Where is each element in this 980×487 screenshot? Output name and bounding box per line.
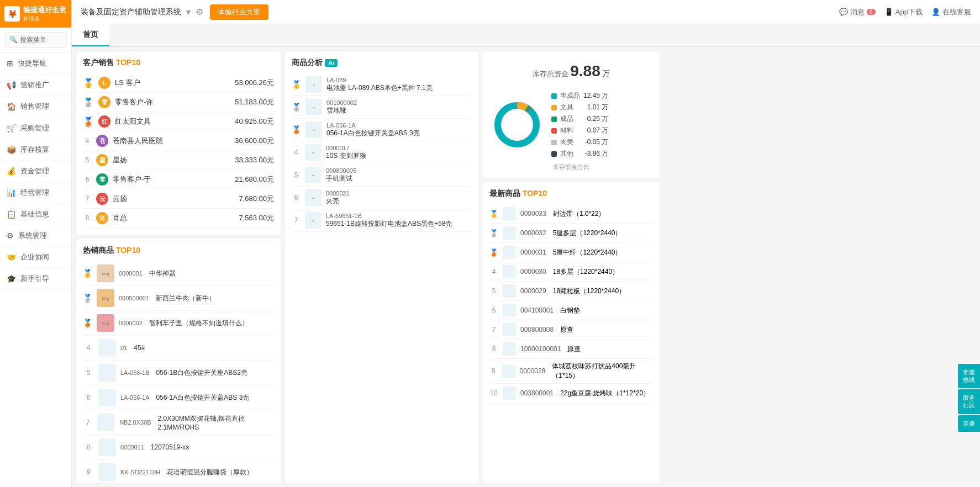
settings-icon[interactable]: ⚙ bbox=[196, 7, 203, 17]
nav-label-basic-info: 基础信息 bbox=[20, 209, 49, 219]
product-row-5: 5 ▪ 000800005 手机测试 bbox=[292, 164, 472, 187]
np-code-1: 0000033 bbox=[520, 210, 546, 218]
hp-name-7: 2.0X30MM双摆花轴,摆花直径2.1MM/ROHS bbox=[158, 414, 274, 431]
nav-icon-marketing: 📢 bbox=[7, 81, 16, 89]
prod-rank-5: 5 bbox=[292, 171, 301, 179]
hp-name-9: 花语萌恒温分腿睡袋（厚款） bbox=[167, 468, 253, 477]
float-btn-community[interactable]: 服务社区 bbox=[958, 389, 980, 414]
customer-amount-5: 33,333.00元 bbox=[235, 155, 274, 165]
prod-medal-1: 🥇 bbox=[292, 80, 301, 89]
float-btn-live[interactable]: 直播 bbox=[958, 415, 980, 432]
customer-amount-2: 51,183.00元 bbox=[235, 97, 274, 107]
np-name-4: 18多层（1220*2440） bbox=[553, 267, 619, 277]
prod-code-3: LA-056-1A bbox=[326, 122, 472, 129]
message-icon: 💬 bbox=[839, 8, 848, 16]
legend-label-6: 其他 bbox=[560, 149, 582, 158]
hp-code-5: LA-056-1B bbox=[120, 369, 150, 376]
nav-item-enterprise[interactable]: 🤝 企业协同 bbox=[0, 247, 71, 268]
np-img-1 bbox=[503, 207, 516, 220]
inventory-title: 库存总资金 bbox=[533, 70, 568, 78]
float-btn-service[interactable]: 客服热线 bbox=[958, 364, 980, 389]
main-area: 装备及固定资产辅助管理系统 ▼ ⚙ 体验行业方案 💬 消息 6 📱 App下载 … bbox=[72, 0, 980, 487]
np-code-10: 003800001 bbox=[520, 389, 554, 397]
legend-item-6: 其他 -3.86 万 bbox=[551, 149, 608, 158]
customer-sales-list: 🥇 L LS 客户 53,006.26元 🥈 零 零售客户-许 51,183.0… bbox=[83, 73, 274, 228]
np-row-1: 🥇 0000033 封边带（1.0*22） bbox=[489, 204, 653, 224]
legend-label-2: 文具 bbox=[560, 103, 584, 112]
tab-home[interactable]: 首页 bbox=[72, 24, 109, 46]
message-badge: 6 bbox=[867, 9, 876, 15]
customer-row-7: 7 云 云扬 7,680.00元 bbox=[83, 189, 274, 209]
np-medal-1: 🥇 bbox=[489, 210, 498, 218]
inventory-card: 库存总资金 9.88 万 bbox=[483, 51, 660, 178]
app-label: App下载 bbox=[895, 7, 923, 17]
np-code-5: 0000029 bbox=[520, 287, 546, 295]
nav-icon-inventory: 📦 bbox=[7, 145, 16, 154]
hp-name-2: 新西兰牛肉（新牛） bbox=[156, 294, 215, 303]
np-rank-6: 6 bbox=[489, 306, 498, 314]
np-img-6 bbox=[503, 304, 516, 317]
online-service-button[interactable]: 👤 在线客服 bbox=[931, 7, 971, 17]
message-button[interactable]: 💬 消息 6 bbox=[839, 7, 876, 17]
nav-item-inventory[interactable]: 📦 库存核算 bbox=[0, 139, 71, 161]
customer-badge-8: 肖 bbox=[96, 212, 108, 224]
message-label: 消息 bbox=[850, 7, 865, 17]
legend-item-4: 材料 0.07 万 bbox=[551, 126, 608, 135]
nav-item-quick[interactable]: ⊞ 快捷导航 bbox=[0, 53, 71, 75]
rank-4: 4 bbox=[83, 137, 92, 145]
hp-rank-8: 8 bbox=[83, 443, 94, 451]
hot-products-list: 🥇 img 0000001 中华神器 🥈 img 000500001 新西兰牛肉… bbox=[83, 261, 274, 483]
np-name-2: 5厘多层（1220*2440） bbox=[553, 229, 622, 238]
search-menu-button[interactable]: 🔍 搜索菜单 bbox=[4, 32, 67, 48]
hp-img-6 bbox=[98, 389, 116, 406]
product-row-4: 4 ▪ 0000017 10S 变刺罗猴 bbox=[292, 141, 472, 164]
inventory-unit: 万 bbox=[602, 69, 610, 78]
hp-name-5: 056-1B白色按键开关座ABS2壳 bbox=[156, 368, 247, 378]
nav-label-quick: 快捷导航 bbox=[18, 59, 46, 68]
app-download-button[interactable]: 📱 App下载 bbox=[884, 7, 923, 17]
np-name-7: 原查 bbox=[560, 325, 573, 335]
hp-row-5: 5 LA-056-1B 056-1B白色按键开关座ABS2壳 bbox=[83, 361, 274, 385]
hp-code-6: LA-056-1A bbox=[120, 394, 150, 401]
prod-code-4: 0000017 bbox=[326, 145, 472, 151]
legend-value-4: 0.07 万 bbox=[587, 126, 609, 135]
hp-rank-9: 9 bbox=[83, 468, 94, 476]
nav-item-guide[interactable]: 🎓 新手引导 bbox=[0, 268, 71, 290]
np-rank-7: 7 bbox=[489, 326, 498, 334]
legend-dot-3 bbox=[551, 117, 557, 122]
nav-item-marketing[interactable]: 📢 营销推广 bbox=[0, 75, 71, 96]
product-row-3: 🥉 ▪ LA-056-1A 056-1A白色按键开关盖ABS 3壳 bbox=[292, 119, 472, 141]
hp-row-9: 9 KK-SD22110H 花语萌恒温分腿睡袋（厚款） bbox=[83, 460, 274, 483]
hot-products-title: 热销商品 TOP10 bbox=[83, 246, 274, 256]
legend-dot-5 bbox=[551, 140, 557, 145]
np-code-2: 0000032 bbox=[520, 229, 546, 237]
prod-img-5: ▪ bbox=[305, 167, 322, 183]
svg-point-1 bbox=[498, 105, 536, 144]
customer-name-1: LS 客户 bbox=[115, 78, 230, 88]
nav-item-sales[interactable]: 🏠 销售管理 bbox=[0, 96, 71, 118]
nav-label-enterprise: 企业协同 bbox=[20, 252, 49, 262]
nav-item-operations[interactable]: 📊 经营管理 bbox=[0, 182, 71, 204]
customer-amount-8: 7,563.00元 bbox=[239, 213, 274, 223]
nav-item-finance[interactable]: 💰 资金管理 bbox=[0, 161, 71, 182]
content: 客户销售 TOP10 🥇 L LS 客户 53,006.26元 🥈 零 零售客户… bbox=[72, 47, 980, 487]
product-badge: Ai bbox=[325, 59, 338, 67]
hp-name-1: 中华神器 bbox=[149, 269, 176, 278]
customer-top-label: TOP10 bbox=[116, 58, 140, 67]
nav-item-basic-info[interactable]: 📋 基础信息 bbox=[0, 204, 71, 225]
new-products-title: 最新商品 TOP10 bbox=[489, 189, 653, 199]
dropdown-icon[interactable]: ▼ bbox=[185, 8, 192, 17]
trial-button[interactable]: 体验行业方案 bbox=[210, 4, 268, 20]
prod-info-3: LA-056-1A 056-1A白色按键开关盖ABS 3壳 bbox=[326, 122, 472, 138]
np-rank-9: 9 bbox=[489, 367, 498, 375]
product-row-6: 6 ▪ 0000021 夹壳 bbox=[292, 187, 472, 209]
customer-row-5: 5 星 星扬 33,333.00元 bbox=[83, 151, 274, 170]
left-column: 客户销售 TOP10 🥇 L LS 客户 53,006.26元 🥈 零 零售客户… bbox=[76, 51, 281, 483]
chart-sub-label: 库存资金占比 bbox=[489, 163, 653, 171]
nav-item-system[interactable]: ⚙ 系统管理 bbox=[0, 225, 71, 247]
new-products-card: 最新商品 TOP10 🥇 0000033 封边带（1.0*22） 🥈 00000… bbox=[483, 182, 660, 483]
hp-medal-3: 🥉 bbox=[83, 319, 92, 327]
float-buttons: 客服热线 服务社区 直播 bbox=[958, 364, 980, 432]
nav-item-purchase[interactable]: 🛒 采购管理 bbox=[0, 118, 71, 139]
hp-row-6: 6 LA-056-1A 056-1A白色按键开关盖ABS 3壳 bbox=[83, 385, 274, 410]
